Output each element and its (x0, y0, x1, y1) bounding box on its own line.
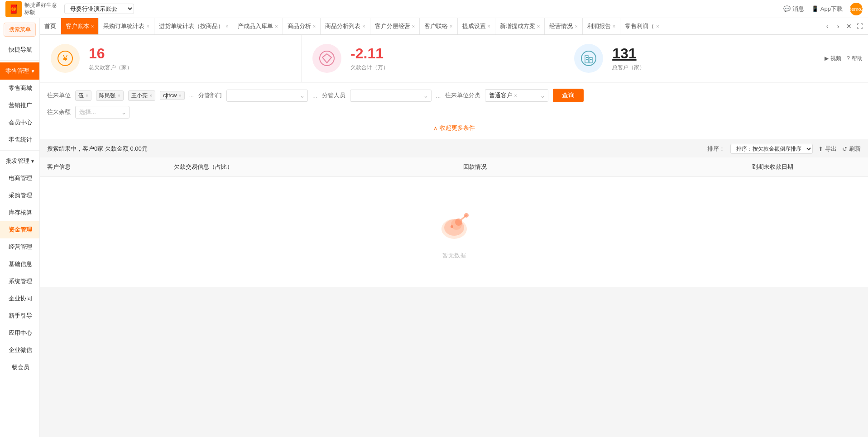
tab-close-operations-status[interactable]: × (575, 24, 577, 29)
filter-label-balance: 往来余额 (47, 108, 71, 116)
sidebar-item-vip[interactable]: 畅会员 (0, 359, 39, 376)
tab-goods-analysis-list[interactable]: 商品分析列表 × (321, 18, 370, 34)
refresh-btn[interactable]: ↺ 刷新 (842, 145, 861, 153)
tab-commission-settings[interactable]: 提成设置 × (458, 18, 495, 34)
tab-goods-analysis[interactable]: 商品分析 × (283, 18, 321, 34)
dept-more-btn[interactable]: ... (312, 92, 317, 99)
filter-dept-input[interactable]: ⌄ (226, 90, 308, 102)
tab-new-commission[interactable]: 新增提成方案 × (495, 18, 545, 34)
search-menu-btn[interactable]: 搜索菜单 (4, 23, 36, 37)
filter-tag-wang: 王小亮 × (128, 90, 155, 101)
video-help-btn[interactable]: ▶ 视频 (825, 55, 841, 62)
svg-rect-9 (586, 59, 587, 60)
svg-point-18 (464, 213, 469, 218)
tab-close-commission-settings[interactable]: × (488, 24, 490, 29)
sidebar-item-wholesale-mgmt[interactable]: 批发管理 ▼ (0, 152, 39, 170)
sidebar-item-marketing[interactable]: 营销推广 (0, 97, 39, 114)
sidebar-item-retail-stats[interactable]: 零售统计 (0, 131, 39, 148)
export-icon: ⬆ (818, 146, 823, 152)
stat-info-1: 16 总欠款客户（家） (89, 45, 132, 71)
export-btn[interactable]: ⬆ 导出 (818, 145, 837, 153)
avatar[interactable]: demo2 (850, 3, 863, 15)
tab-close-profit-report[interactable]: × (613, 24, 615, 29)
tab-customer-capital[interactable]: 客户账本 × (61, 18, 99, 34)
filter-tag-remove-classification[interactable]: × (514, 93, 517, 98)
tab-close-new-commission[interactable]: × (537, 24, 540, 29)
filter-label-person: 分管人员 (322, 91, 345, 100)
sidebar-item-member-center[interactable]: 会员中心 (0, 114, 39, 131)
sidebar-item-new-guide[interactable]: 新手引导 (0, 307, 39, 324)
message-btn[interactable]: 💬 消息 (783, 5, 804, 13)
sidebar-item-retail-mgmt[interactable]: 零售管理 ▼ (0, 62, 39, 80)
svg-rect-7 (586, 57, 587, 58)
tab-customer-contact[interactable]: 客户联络 × (420, 18, 457, 34)
tab-retail-profit[interactable]: 零售利润（ × (620, 18, 664, 34)
sidebar-item-inventory[interactable]: 库存核算 (0, 204, 39, 221)
help-btn[interactable]: ? 帮助 (847, 55, 863, 62)
tab-profit-report[interactable]: 利润报告 × (583, 18, 620, 34)
tab-controls: ‹ › ✕ ⛶ (819, 22, 868, 31)
tab-produce-instock[interactable]: 产成品入库单 × (233, 18, 283, 34)
app-download-btn[interactable]: 📱 App下载 (811, 5, 843, 13)
sidebar-item-ecommerce[interactable]: 电商管理 (0, 170, 39, 187)
filter-tag-remove-chen[interactable]: × (117, 93, 120, 98)
logo-area: 🧧 畅捷通好生意 标版 (5, 1, 57, 17)
tab-next-btn[interactable]: › (834, 22, 843, 31)
sidebar-item-app-center[interactable]: 应用中心 (0, 324, 39, 342)
svg-rect-12 (591, 59, 592, 60)
tab-close-purchase-order-stats[interactable]: × (146, 24, 149, 29)
page-content: ¥ 16 总欠款客户（家） (40, 35, 868, 437)
tab-close-produce-instock[interactable]: × (275, 24, 278, 29)
filter-classification-input[interactable]: 普通客户 × ⌄ (485, 89, 548, 102)
filter-tag-remove-cjttcw[interactable]: × (178, 93, 181, 98)
sidebar-item-basic-info[interactable]: 基础信息 (0, 256, 39, 273)
industry-select[interactable]: 母婴行业演示账套 (64, 4, 134, 14)
filter-balance-input[interactable]: 选择... ⌄ (75, 106, 129, 119)
tab-incoming-stats[interactable]: 进货单统计表（按商品） × (154, 18, 233, 34)
tab-close-customer-capital[interactable]: × (91, 24, 94, 29)
sidebar-item-retail-mall[interactable]: 零售商城 (0, 80, 39, 97)
sidebar-search-area: 搜索菜单 (0, 18, 39, 41)
result-summary: 搜索结果中，客户0家 欠款金额 0.00元 (47, 145, 148, 153)
sort-select[interactable]: 排序：按欠款金额倒序排序 (730, 144, 813, 154)
tab-close-customer-contact[interactable]: × (450, 24, 452, 29)
sidebar-item-quick-nav[interactable]: 快捷导航 (0, 41, 39, 58)
filter-more-btn[interactable]: ... (189, 92, 194, 99)
tab-customer-segment[interactable]: 客户分层经营 × (370, 18, 420, 34)
sidebar-item-weixin[interactable]: 企业微信 (0, 342, 39, 359)
sidebar-item-finance[interactable]: 资金管理 (0, 221, 39, 238)
filter-tag-remove-wu[interactable]: × (86, 93, 88, 98)
tab-close-goods-analysis[interactable]: × (313, 24, 316, 29)
tab-close-customer-segment[interactable]: × (412, 24, 415, 29)
stat-label-debit-amount: 欠款合计（万） (350, 64, 388, 71)
tab-close-incoming-stats[interactable]: × (225, 24, 228, 29)
sidebar-item-operations[interactable]: 经营管理 (0, 238, 39, 256)
person-more-btn[interactable]: ... (436, 92, 441, 99)
tab-fullscreen-btn[interactable]: ⛶ (855, 22, 864, 31)
svg-point-19 (451, 225, 453, 228)
sidebar-item-enterprise[interactable]: 企业协同 (0, 290, 39, 307)
dropdown-icon-class: ⌄ (540, 92, 545, 99)
tab-close-all-btn[interactable]: ✕ (844, 22, 854, 31)
tab-purchase-order-stats[interactable]: 采购订单统计表 × (99, 18, 154, 34)
collapse-btn[interactable]: ∧ 收起更多条件 (433, 124, 475, 132)
message-icon: 💬 (783, 5, 791, 12)
query-btn[interactable]: 查询 (553, 89, 584, 102)
tab-close-goods-analysis-list[interactable]: × (362, 24, 365, 29)
tab-home[interactable]: 首页 (40, 18, 61, 34)
help-buttons: ▶ 视频 ? 帮助 (825, 55, 868, 62)
tab-close-retail-profit[interactable]: × (656, 24, 659, 29)
tab-operations-status[interactable]: 经营情况 × (545, 18, 582, 34)
tab-bar: 首页 客户账本 × 采购订单统计表 × 进货单统计表（按商品） × 产成品入库单… (40, 18, 868, 35)
sidebar-item-purchase[interactable]: 采购管理 (0, 187, 39, 204)
filter-label-unit: 往来单位 (47, 91, 71, 100)
svg-rect-10 (587, 59, 588, 60)
filter-tag-remove-wang[interactable]: × (149, 93, 152, 98)
tab-prev-btn[interactable]: ‹ (823, 22, 832, 31)
sidebar-item-sys-mgmt[interactable]: 系统管理 (0, 273, 39, 290)
filter-person-input[interactable]: ⌄ (350, 90, 432, 102)
logo-text: 畅捷通好生意 标版 (24, 2, 57, 16)
table-col-due-date: 到期未收款日期 (752, 163, 861, 171)
filter-tag-label-cjttcw: cjttcw (163, 92, 177, 99)
top-bar-right: 💬 消息 📱 App下载 demo2 (783, 3, 863, 15)
